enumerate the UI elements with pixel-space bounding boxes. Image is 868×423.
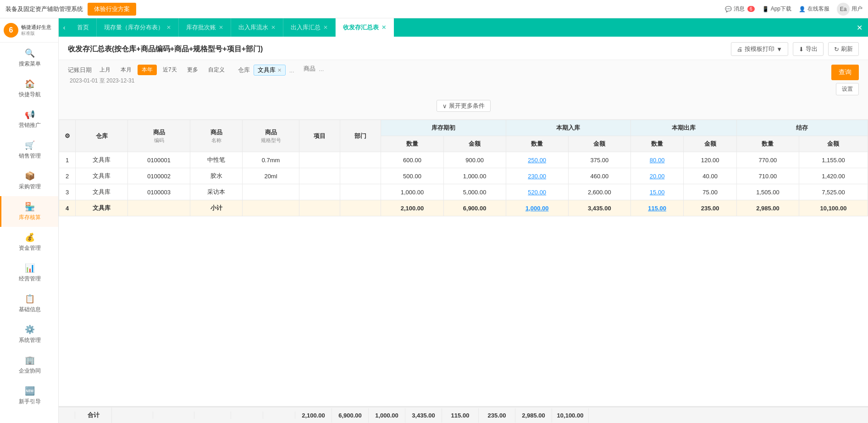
sidebar-item-search-label: 搜索菜单 — [19, 60, 41, 68]
cell-out-qty[interactable]: 115.00 — [630, 200, 684, 216]
sidebar-item-quick-nav[interactable]: 🏠 快捷导航 — [0, 73, 58, 104]
experience-btn[interactable]: 体验行业方案 — [88, 3, 136, 16]
inventory-icon: 🏪 — [25, 202, 35, 212]
cell-in-qty[interactable]: 250.00 — [506, 152, 568, 168]
cell-open-qty: 2,100.00 — [381, 200, 443, 216]
sidebar-item-sales[interactable]: 🛒 销售管理 — [0, 135, 58, 165]
tab-batch-ledger[interactable]: 库存批次账 ✕ — [179, 18, 231, 37]
online-service-area[interactable]: 👤 在线客服 — [799, 5, 829, 13]
sidebar-item-purchase[interactable]: 📦 采购管理 — [0, 165, 58, 196]
cell-open-amt: 1,000.00 — [443, 168, 506, 184]
tab-inventory-dist-close[interactable]: ✕ — [166, 24, 171, 31]
date-tab-7days[interactable]: 近7天 — [159, 65, 181, 75]
sidebar-item-operation[interactable]: 📊 经营管理 — [0, 258, 58, 288]
message-icon-area[interactable]: 💬 消息 6 — [725, 5, 755, 13]
page-content: 收发存汇总表(按仓库+商品编码+商品+规格型号+项目+部门) 🖨 按模板打印 ▼… — [59, 37, 868, 423]
cell-in-qty[interactable]: 230.00 — [506, 168, 568, 184]
sidebar-item-marketing[interactable]: 📢 营销推广 — [0, 104, 58, 135]
user-label: 用户 — [851, 5, 862, 13]
sidebar-item-enterprise[interactable]: 🏢 企业协同 — [0, 350, 58, 380]
expand-more-label: 展开更多条件 — [449, 102, 485, 110]
print-btn[interactable]: 🖨 按模板打印 ▼ — [731, 42, 788, 56]
logo-area: 6 畅捷通好生意 标准版 — [0, 18, 58, 43]
refresh-btn-label: 刷新 — [841, 45, 853, 53]
date-tabs: 上月 本月 本年 近7天 更多 自定义 — [95, 65, 229, 75]
tab-recv-send-summary[interactable]: 收发存汇总表 ✕ — [336, 18, 394, 37]
refresh-btn[interactable]: ↻ 刷新 — [828, 42, 859, 56]
export-btn[interactable]: ⬇ 导出 — [793, 42, 824, 56]
home-icon: 🏠 — [25, 79, 35, 89]
th-open-amt: 金额 — [443, 136, 506, 152]
date-tab-more[interactable]: 更多 — [183, 65, 202, 75]
cell-department — [340, 152, 381, 168]
expand-more-btn[interactable]: ∨ 展开更多条件 — [437, 100, 491, 112]
cell-in-qty[interactable]: 1,000.00 — [506, 200, 568, 216]
th-balance: 结存 — [736, 120, 868, 136]
cell-product-code: 0100003 — [128, 184, 190, 200]
th-out-qty: 数量 — [630, 136, 684, 152]
cell-bal-amt: 1,155.00 — [799, 152, 868, 168]
tab-inout-flow-close[interactable]: ✕ — [271, 24, 276, 31]
tab-bar-close-btn[interactable]: ✕ — [857, 23, 862, 32]
cell-product-name: 中性笔 — [190, 152, 243, 168]
sidebar: 6 畅捷通好生意 标准版 🔍 搜索菜单 🏠 快捷导航 📢 营销推广 — [0, 18, 59, 423]
tab-inout-summary-close[interactable]: ✕ — [323, 24, 328, 31]
tab-recv-send-summary-close[interactable]: ✕ — [381, 24, 386, 31]
tab-arrow-left[interactable]: ‹ — [59, 18, 70, 37]
settings-btn[interactable]: 设置 — [836, 83, 859, 95]
tab-inventory-dist[interactable]: 现存量（库存分布表） ✕ — [97, 18, 179, 37]
table-row: 2文具库0100002胶水20ml500.001,000.00230.00460… — [59, 168, 868, 184]
logo-badge: 标准版 — [21, 30, 51, 37]
sidebar-item-marketing-label: 营销推广 — [19, 121, 41, 129]
cell-out-qty[interactable]: 20.00 — [630, 168, 684, 184]
cell-product-code — [128, 200, 190, 216]
date-tab-this-year[interactable]: 本年 — [138, 65, 157, 75]
refresh-icon: ↻ — [834, 46, 839, 53]
date-tab-this-month[interactable]: 本月 — [116, 65, 136, 75]
footer-department — [263, 412, 295, 419]
avatar: Ea — [837, 3, 850, 16]
sidebar-item-inventory[interactable]: 🏪 库存核算 — [0, 196, 58, 227]
th-open-qty: 数量 — [381, 136, 443, 152]
cell-no: 3 — [59, 184, 76, 200]
cell-project — [299, 152, 340, 168]
table-row: 4文具库小计2,100.006,900.001,000.003,435.0011… — [59, 200, 868, 216]
product-more[interactable]: ... — [319, 66, 324, 72]
expand-chevron-icon: ∨ — [442, 103, 447, 110]
sidebar-item-finance[interactable]: 💰 资金管理 — [0, 227, 58, 258]
tab-inout-flow[interactable]: 出入库流水 ✕ — [231, 18, 283, 37]
warehouse-tag-close[interactable]: ✕ — [277, 67, 282, 73]
th-settings[interactable]: ⚙ — [59, 120, 76, 152]
date-tab-last-month[interactable]: 上月 — [95, 65, 115, 75]
tab-inout-summary[interactable]: 出入库汇总 ✕ — [283, 18, 336, 37]
cell-out-qty[interactable]: 80.00 — [630, 152, 684, 168]
sidebar-item-system[interactable]: ⚙️ 系统管理 — [0, 319, 58, 350]
date-tab-custom[interactable]: 自定义 — [204, 65, 229, 75]
cell-product-code: 0100001 — [128, 152, 190, 168]
cell-in-qty[interactable]: 520.00 — [506, 184, 568, 200]
th-out: 本期出库 — [630, 120, 736, 136]
footer-out-qty: 115.00 — [442, 408, 479, 423]
app-download-area[interactable]: 📱 App下载 — [762, 5, 791, 13]
tab-batch-ledger-close[interactable]: ✕ — [219, 24, 223, 31]
sidebar-item-basic-info-label: 基础信息 — [19, 306, 41, 313]
tab-home[interactable]: 首页 — [70, 18, 97, 37]
sales-icon: 🛒 — [25, 140, 35, 150]
search-icon: 🔍 — [25, 48, 35, 58]
cell-out-qty[interactable]: 15.00 — [630, 184, 684, 200]
footer-bal-amt: 10,100.00 — [552, 408, 589, 423]
print-btn-label: 按模板打印 — [745, 45, 774, 53]
service-icon: 👤 — [799, 6, 806, 12]
filter-area: 记账日期 上月 本月 本年 近7天 更多 自定义 — [59, 60, 868, 120]
message-icon: 💬 — [725, 6, 732, 12]
query-btn[interactable]: 查询 — [831, 65, 859, 80]
warehouse-tag-text: 文具库 — [258, 66, 276, 74]
sidebar-item-guide-label: 新手引导 — [19, 398, 41, 406]
sidebar-item-guide[interactable]: 🆕 新手引导 — [0, 380, 58, 411]
sidebar-item-basic-info[interactable]: 📋 基础信息 — [0, 288, 58, 319]
sidebar-item-search[interactable]: 🔍 搜索菜单 — [0, 43, 58, 73]
cell-open-amt: 6,900.00 — [443, 200, 506, 216]
user-area[interactable]: Ea 用户 — [837, 3, 862, 16]
warehouse-label: 仓库 — [238, 66, 250, 74]
warehouse-more[interactable]: ... — [289, 67, 294, 74]
